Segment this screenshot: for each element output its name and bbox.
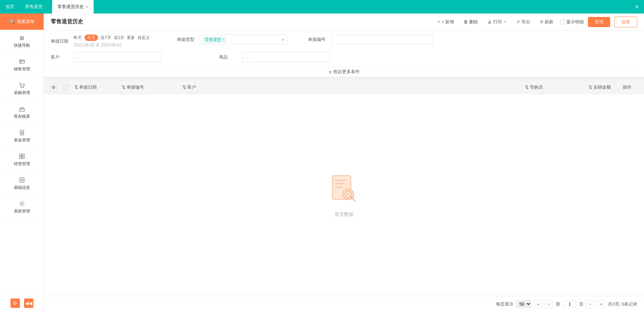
th-guide: ⇅ 导购员 — [522, 84, 573, 90]
date-filter: 单据日期 昨天 今天 近7天 近1月 更多 自定义 2023-06-02 至 2… — [51, 35, 150, 48]
print-dropdown-icon: ▼ — [503, 20, 507, 24]
svg-rect-11 — [22, 154, 24, 156]
filter-area: 单据日期 昨天 今天 近7天 近1月 更多 自定义 2023-06-02 至 2… — [44, 30, 644, 77]
type-tag: 零售退货 × — [203, 37, 226, 43]
pagination: 每页显示 50 « ‹ 第 页 › » 共0页, 0条 — [44, 296, 644, 312]
type-select[interactable]: 零售退货 × ▼ — [200, 35, 288, 45]
window-close-btn[interactable]: × — [635, 3, 639, 10]
sidebar-item-finance[interactable]: 资金管理 — [0, 125, 44, 148]
refresh-icon: ↺ — [540, 19, 543, 24]
shortcut-today[interactable]: 今天 — [85, 35, 98, 41]
table-area: ⚙ ⇅ 单据日期 ⇅ 单据编号 ⇅ 客户 ⇅ — [44, 81, 644, 312]
sort-no-icon[interactable]: ⇅ — [122, 85, 125, 90]
sidebar-search-label: 搜索菜单 — [17, 19, 34, 25]
print-btn[interactable]: 🖨 打印 ▼ — [485, 18, 509, 26]
top-bar: 首页 零售退货 × 零售退货历史 × × — [0, 0, 644, 14]
date-group: 昨天 今天 近7天 近1月 更多 自定义 2023-06-02 至 2023-0… — [74, 35, 150, 48]
select-all-checkbox[interactable] — [63, 85, 68, 90]
show-detail-toggle[interactable]: 显示明细 — [560, 19, 584, 25]
sidebar-item-purchase-mgmt-label: 采购管理 — [14, 90, 30, 96]
shortcut-custom[interactable]: 自定义 — [138, 35, 150, 41]
sidebar-settings-btn[interactable]: ⚙ — [10, 298, 20, 308]
total-text: 共0页, 0条记录 — [608, 301, 637, 307]
tab-retail-return-history[interactable]: 零售退货历史 × — [52, 0, 93, 14]
svg-rect-5 — [20, 109, 24, 111]
sort-amount-icon[interactable]: ⇅ — [589, 85, 592, 90]
filter-row-1: 单据日期 昨天 今天 近7天 近1月 更多 自定义 2023-06-02 至 2… — [51, 35, 637, 48]
query-btn[interactable]: 查询 — [588, 17, 610, 27]
main-layout: 🔍 搜索菜单 ⊞ 快捷导航 销售管理 采购管理 库存核算 — [0, 14, 644, 312]
refresh-btn[interactable]: ↺ 刷新 — [537, 18, 556, 26]
next-page-btn[interactable]: › — [586, 300, 594, 308]
tab-home[interactable]: 首页 — [0, 0, 20, 14]
page-size-label: 每页显示 — [496, 301, 514, 307]
svg-point-8 — [21, 132, 23, 134]
tab-home-label: 首页 — [5, 4, 14, 10]
no-filter: 单据编号 — [308, 35, 432, 45]
delete-btn[interactable]: 🗑 删除 — [461, 18, 481, 26]
tab-retail-return-close[interactable]: × — [45, 5, 47, 9]
svg-rect-22 — [335, 186, 343, 188]
export-btn[interactable]: ↗ 导出 — [514, 18, 533, 26]
goods-select[interactable]: ... — [242, 52, 330, 62]
sidebar-item-finance-label: 资金管理 — [14, 137, 30, 143]
add-icon: + — [437, 19, 440, 24]
page-input[interactable] — [563, 300, 576, 308]
setting-btn[interactable]: 设置 — [614, 17, 637, 27]
page-header: 零售退货历史 + + 新增 🗑 删除 🖨 打印 ▼ ↗ 导出 — [44, 14, 644, 30]
collapse-icon: ∧ — [329, 69, 332, 74]
sidebar-item-inventory[interactable]: 库存核算 — [0, 101, 44, 125]
sort-customer-icon[interactable]: ⇅ — [183, 85, 186, 90]
sort-date-icon[interactable]: ⇅ — [74, 85, 78, 90]
page-title: 零售退货历史 — [51, 18, 83, 25]
add-btn[interactable]: + + 新增 — [435, 18, 457, 26]
date-range-text: 2023-06-02 至 2023-06-02 — [74, 42, 150, 48]
type-tag-remove[interactable]: × — [222, 38, 224, 42]
sort-guide-icon[interactable]: ⇅ — [525, 85, 529, 90]
svg-point-4 — [23, 87, 24, 88]
th-settings[interactable]: ⚙ — [47, 83, 59, 92]
sidebar-item-purchase-mgmt[interactable]: 采购管理 — [0, 77, 44, 101]
export-icon: ↗ — [516, 19, 520, 24]
no-input[interactable] — [331, 35, 432, 45]
svg-point-18 — [21, 203, 23, 205]
sidebar-item-sales-mgmt[interactable]: 销售管理 — [0, 53, 44, 77]
table-settings-icon[interactable]: ⚙ — [50, 83, 57, 92]
last-page-btn[interactable]: » — [597, 300, 605, 308]
customer-select[interactable]: ... — [74, 52, 162, 62]
sidebar-item-basic-info-label: 基础信息 — [14, 185, 30, 191]
shortcut-more[interactable]: 更多 — [127, 35, 135, 41]
search-icon: 🔍 — [9, 19, 15, 24]
filter-collapse-btn[interactable]: ∧ 收起更多条件 — [51, 66, 637, 77]
svg-point-3 — [21, 87, 22, 88]
shortcut-yesterday[interactable]: 昨天 — [74, 35, 82, 41]
tab-retail-return[interactable]: 零售退货 × — [20, 0, 52, 14]
show-detail-checkbox[interactable] — [560, 20, 565, 24]
type-dropdown-icon: ▼ — [281, 38, 285, 42]
th-checkbox[interactable] — [59, 85, 72, 90]
sidebar-search[interactable]: 🔍 搜索菜单 — [0, 14, 44, 30]
sidebar-item-inventory-label: 库存核算 — [14, 114, 30, 119]
sidebar-item-system-mgmt[interactable]: 系统管理 — [0, 196, 44, 219]
first-page-btn[interactable]: « — [534, 300, 542, 308]
sidebar-item-quick-nav[interactable]: ⊞ 快捷导航 — [0, 30, 44, 53]
shortcut-1month[interactable]: 近1月 — [114, 35, 124, 41]
customer-label: 客户 — [51, 54, 71, 60]
sidebar-item-operations[interactable]: 经营管理 — [0, 148, 44, 172]
date-label: 单据日期 — [51, 38, 71, 44]
th-no: ⇅ 单据编号 — [119, 84, 180, 90]
inventory-icon — [19, 106, 25, 112]
table-header: ⚙ ⇅ 单据日期 ⇅ 单据编号 ⇅ 客户 ⇅ — [44, 81, 644, 94]
shortcut-7days[interactable]: 近7天 — [101, 35, 111, 41]
purchase-mgmt-icon — [19, 82, 25, 89]
goods-filter: 商品 ... — [219, 52, 330, 62]
svg-rect-21 — [335, 183, 345, 184]
tab-retail-return-history-close[interactable]: × — [86, 5, 88, 9]
prev-page-btn[interactable]: ‹ — [545, 300, 553, 308]
sidebar-audio-btn[interactable]: ◀◀ — [24, 298, 33, 308]
svg-rect-20 — [335, 180, 347, 181]
tab-retail-return-label: 零售退货 — [25, 4, 43, 10]
page-label: 第 — [556, 301, 560, 307]
page-size-select[interactable]: 50 — [516, 300, 531, 308]
sidebar-item-basic-info[interactable]: 基础信息 — [0, 172, 44, 196]
